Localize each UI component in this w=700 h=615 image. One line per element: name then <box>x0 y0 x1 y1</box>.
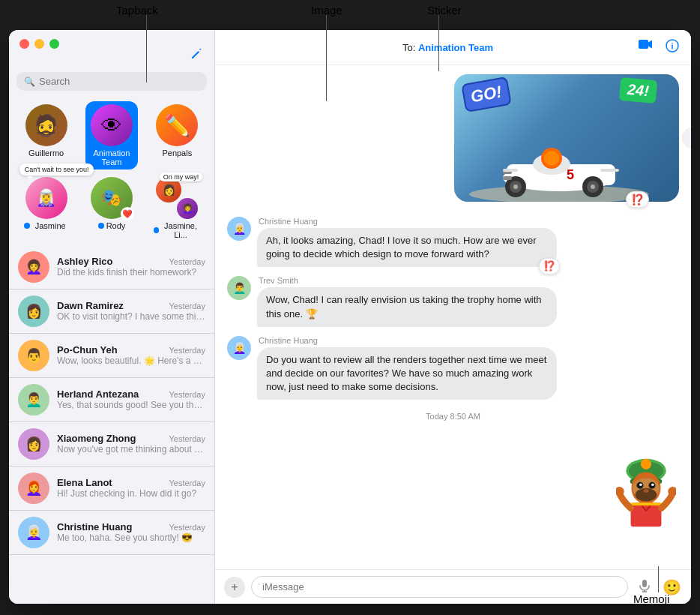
conversation-herland[interactable]: 👨‍🦱 Herland Antezana Yesterday Yes, that… <box>9 378 214 422</box>
sticker-annotation: Sticker <box>427 4 462 16</box>
svg-point-8 <box>544 151 559 166</box>
rody-heart-badge: ❤️ <box>121 207 134 220</box>
chat-header: To: Animation Team <box>215 30 691 65</box>
pochun-preview: Wow, looks beautiful. 🌟 Here's a photo o… <box>57 356 205 368</box>
sidebar-header <box>9 30 214 69</box>
rody-name: Rody <box>106 221 126 230</box>
christine-sender-label2: Christine Huang <box>259 336 557 345</box>
search-input[interactable] <box>39 76 199 87</box>
svg-rect-17 <box>503 176 512 180</box>
conversation-christine[interactable]: 👩‍🦳 Christine Huang Yesterday Me too, ha… <box>9 511 214 555</box>
elena-name: Elena Lanot <box>57 477 112 488</box>
image-message-container: 5 GO! 24! <box>227 74 679 202</box>
emoji-button[interactable]: 🙂 <box>661 577 682 598</box>
herland-content: Herland Antezana Yesterday Yes, that sou… <box>57 388 205 412</box>
svg-rect-32 <box>631 502 662 526</box>
dawn-preview: OK to visit tonight? I have some things … <box>57 311 205 323</box>
image-tapback-badge: ⁉️ <box>626 191 649 208</box>
christine-time: Yesterday <box>169 523 205 532</box>
xiaomeng-preview: Now you've got me thinking about my next… <box>57 444 205 456</box>
animation-team-name: Animation Team <box>88 148 135 166</box>
penpals-avatar: ✏️ <box>156 104 198 146</box>
video-call-icon[interactable] <box>639 39 654 56</box>
pinned-contact-rody[interactable]: 🎭 ❤️ Rody <box>85 174 138 242</box>
christine-bubble-content1: Christine Huang Ah, it looks amazing, Ch… <box>257 217 557 267</box>
chat-header-icons <box>639 39 679 56</box>
message-input[interactable] <box>251 576 628 598</box>
svg-point-11 <box>513 184 518 189</box>
message-input-bar: + 🙂 <box>215 569 691 604</box>
christine-bubble1: Ah, it looks amazing, Chad! I love it so… <box>257 228 557 267</box>
sidebar: 🔍 🧔 Guillermo 👁 Animation Team ✏️ Penpal… <box>9 30 215 604</box>
conversation-xiaomeng[interactable]: 👩 Xiaomeng Zhong Yesterday Now you've go… <box>9 422 214 466</box>
memoji-figure <box>616 455 676 530</box>
jasmineli-speech-bubble: On my way! <box>160 172 203 182</box>
pinned-contact-jasmine[interactable]: Can't wait to see you! 🧝‍♀️ Jasmine <box>20 174 73 242</box>
svg-point-31 <box>643 489 648 493</box>
add-button[interactable]: + <box>224 577 245 598</box>
pinned-contact-animation-team[interactable]: 👁 Animation Team <box>85 101 138 170</box>
svg-point-28 <box>639 484 642 487</box>
pochun-time: Yesterday <box>169 346 205 355</box>
christine-sender-label1: Christine Huang <box>259 217 557 226</box>
svg-point-2 <box>672 43 673 44</box>
svg-text:5: 5 <box>567 167 574 182</box>
ashley-preview: Did the kids finish their homework? <box>57 267 205 279</box>
ashley-avatar: 👩‍🦱 <box>18 251 49 283</box>
animation-team-avatar: 👁 <box>91 104 133 146</box>
pinned-contacts-row2: Can't wait to see you! 🧝‍♀️ Jasmine 🎭 <box>9 174 214 245</box>
search-bar[interactable]: 🔍 <box>16 72 207 91</box>
chat-recipient-name: Animation Team <box>418 42 493 53</box>
herland-name: Herland Antezana <box>57 388 139 400</box>
svg-point-29 <box>651 484 654 487</box>
jasmineli-name: Jasmine, Li... <box>161 221 201 239</box>
penpals-name: Penpals <box>162 148 192 158</box>
christine-name-list: Christine Huang <box>57 521 132 532</box>
search-icon: 🔍 <box>24 76 35 87</box>
audio-button[interactable] <box>634 577 655 598</box>
close-button[interactable] <box>19 39 29 49</box>
christine-tapback: ⁉️ <box>539 258 560 274</box>
pinned-contact-guillermo[interactable]: 🧔 Guillermo <box>20 101 73 170</box>
conversation-elena[interactable]: 👩‍🦰 Elena Lanot Yesterday Hi! Just check… <box>9 466 214 511</box>
ashley-name: Ashley Rico <box>57 256 112 267</box>
dawn-name: Dawn Ramirez <box>57 300 124 311</box>
minimize-button[interactable] <box>34 39 44 49</box>
pinned-contact-jasmineli[interactable]: 👩 👩‍🦱 On my way! Jasmine, Li... <box>151 174 203 242</box>
trev-sender-label: Trev Smith <box>259 276 557 285</box>
xiaomeng-avatar: 👩 <box>18 428 49 460</box>
christine-avatar: 👩‍🦳 <box>227 217 251 241</box>
share-button[interactable]: ↑ <box>682 128 691 148</box>
elena-preview: Hi! Just checking in. How did it go? <box>57 488 205 500</box>
jasmine-avatar: Can't wait to see you! 🧝‍♀️ <box>25 177 67 219</box>
christine-content: Christine Huang Yesterday Me too, haha. … <box>57 521 205 544</box>
dawn-time: Yesterday <box>169 302 205 310</box>
christine-preview: Me too, haha. See you shortly! 😎 <box>57 532 205 544</box>
svg-rect-36 <box>642 580 647 587</box>
chat-panel: To: Animation Team <box>215 30 691 604</box>
compose-button[interactable] <box>187 45 205 63</box>
conversation-pochun[interactable]: 👨 Po-Chun Yeh Yesterday Wow, looks beaut… <box>9 334 214 378</box>
traffic-lights <box>19 39 59 49</box>
ashley-content: Ashley Rico Yesterday Did the kids finis… <box>57 256 205 279</box>
christine-avatar2: 👩‍🦳 <box>227 336 251 360</box>
pinned-contact-penpals[interactable]: ✏️ Penpals <box>151 101 203 170</box>
ashley-time: Yesterday <box>169 257 205 266</box>
messages-window: 🔍 🧔 Guillermo 👁 Animation Team ✏️ Penpal… <box>9 30 691 604</box>
tapback-annotation: Tapback <box>116 4 158 16</box>
elena-content: Elena Lanot Yesterday Hi! Just checking … <box>57 477 205 500</box>
conversation-list: 👩‍🦱 Ashley Rico Yesterday Did the kids f… <box>9 245 214 604</box>
info-icon[interactable] <box>666 39 679 56</box>
maximize-button[interactable] <box>49 39 59 49</box>
conversation-dawn[interactable]: 👩 Dawn Ramirez Yesterday OK to visit ton… <box>9 290 214 334</box>
christine-avatar-list: 👩‍🦳 <box>18 517 49 548</box>
guillermo-avatar: 🧔 <box>25 104 67 146</box>
pochun-content: Po-Chun Yeh Yesterday Wow, looks beautif… <box>57 344 205 368</box>
svg-rect-0 <box>639 40 648 49</box>
christine-bubble-content2: Christine Huang Do you want to review al… <box>257 336 557 400</box>
conversation-ashley[interactable]: 👩‍🦱 Ashley Rico Yesterday Did the kids f… <box>9 245 214 290</box>
jasmine-speech-bubble: Can't wait to see you! <box>19 164 94 176</box>
timestamp: Today 8:50 AM <box>227 412 679 421</box>
xiaomeng-content: Xiaomeng Zhong Yesterday Now you've got … <box>57 433 205 456</box>
trev-bubble-content: Trev Smith Wow, Chad! I can really envis… <box>257 276 557 326</box>
